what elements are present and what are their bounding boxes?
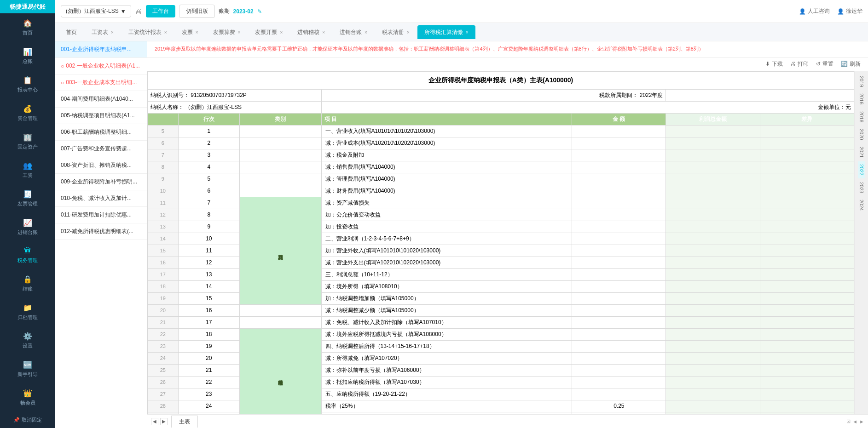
profit-cell[interactable] <box>666 364 760 376</box>
profit-cell[interactable] <box>666 316 760 328</box>
item-cell[interactable]: 三、利润总额（10+11-12） <box>321 268 572 280</box>
profit-cell[interactable] <box>666 376 760 388</box>
sheet-nav-left[interactable]: ◀ <box>151 418 158 425</box>
diff-cell[interactable] <box>760 173 854 185</box>
profit-cell[interactable] <box>666 245 760 257</box>
amount-cell[interactable] <box>572 268 666 280</box>
item-cell[interactable]: 二、营业利润（1-2-3-4-5-6-7+8+9） <box>321 233 572 245</box>
diff-cell[interactable] <box>760 161 854 173</box>
amount-cell[interactable] <box>572 304 666 316</box>
profit-cell[interactable] <box>666 304 760 316</box>
profit-cell[interactable] <box>666 137 760 149</box>
profit-cell[interactable] <box>666 125 760 137</box>
item-cell[interactable]: 加：投资收益 <box>321 221 572 233</box>
download-btn[interactable]: ⬇ 下载 <box>765 60 783 68</box>
tab-tax-list[interactable]: 税表清册 × <box>375 25 417 39</box>
sidebar-item-archive[interactable]: 📁 归档管理 <box>0 298 55 326</box>
tab-invoice-issue[interactable]: 发票开票 × <box>248 25 289 39</box>
refresh-btn[interactable]: 🔄 刷新 <box>841 60 861 68</box>
diff-cell[interactable] <box>760 268 854 280</box>
item-cell[interactable]: 加：营业外收入(填写A101010\101020\103000) <box>321 245 572 257</box>
tab-payroll-stat-close[interactable]: × <box>164 30 167 35</box>
amount-cell[interactable] <box>572 185 666 197</box>
left-panel-item-003[interactable]: 003-一般企业成本支出明细... <box>55 74 147 91</box>
scroll-arrow-left[interactable]: ◄ <box>852 419 857 424</box>
item-cell[interactable]: 减：境外所得（填写A108010） <box>321 280 572 292</box>
amount-cell[interactable] <box>572 221 666 233</box>
sheet-nav-right[interactable]: ▶ <box>160 418 168 425</box>
profit-cell[interactable] <box>666 388 760 400</box>
item-cell[interactable]: 加：公允价值变动收益 <box>321 209 572 221</box>
period-edit-icon[interactable]: ✎ <box>257 8 262 15</box>
profit-cell[interactable] <box>666 400 760 412</box>
profit-cell[interactable] <box>666 257 760 268</box>
diff-cell[interactable] <box>760 292 854 304</box>
diff-cell[interactable] <box>760 185 854 197</box>
profit-cell[interactable] <box>666 185 760 197</box>
left-panel-item-012[interactable]: 012-减免所得税优惠明细表(... <box>55 223 147 240</box>
tab-invoice-calc[interactable]: 发票算费 × <box>206 25 248 39</box>
tab-payroll-close[interactable]: × <box>111 30 114 35</box>
item-cell[interactable]: 减：纳税调整减少额（填写A105000） <box>321 304 572 316</box>
tab-invoice[interactable]: 发票 × <box>175 25 205 39</box>
diff-cell[interactable] <box>760 400 854 412</box>
diff-cell[interactable] <box>760 137 854 149</box>
amount-cell[interactable] <box>572 197 666 209</box>
year-item-2021[interactable]: 2021 <box>858 144 865 160</box>
amount-cell[interactable] <box>572 376 666 388</box>
sidebar-item-ledger[interactable]: 📊 总账 <box>0 42 55 70</box>
diff-cell[interactable] <box>760 340 854 352</box>
sidebar-item-settings[interactable]: ⚙️ 设置 <box>0 326 55 355</box>
sheet-tab-main[interactable]: 主表 <box>171 416 198 428</box>
amount-cell[interactable] <box>572 209 666 221</box>
diff-cell[interactable] <box>760 328 854 340</box>
diff-cell[interactable] <box>760 364 854 376</box>
switch-version-button[interactable]: 切到旧版 <box>179 5 215 18</box>
tab-invoice-issue-close[interactable]: × <box>280 30 283 35</box>
item-cell[interactable]: 减：弥补以前年度亏损（填写A106000） <box>321 364 572 376</box>
profit-cell[interactable] <box>666 340 760 352</box>
left-panel-item-005[interactable]: 005-纳税调整项目明细表(A1... <box>55 108 147 124</box>
item-cell[interactable]: 减：管理费用(填写A104000) <box>321 173 572 185</box>
amount-cell[interactable] <box>572 149 666 161</box>
profit-cell[interactable] <box>666 149 760 161</box>
ai-consult-btn[interactable]: 👤 人工咨询 <box>799 7 830 15</box>
year-item-2023[interactable]: 2023 <box>858 179 865 196</box>
item-cell[interactable]: 减：营业成本(填写A102010\102020\103000) <box>321 137 572 149</box>
year-item-2022[interactable]: 2022 <box>858 161 865 178</box>
tab-payroll[interactable]: 工资表 × <box>85 25 121 39</box>
left-panel-item-002[interactable]: 002-一般企业收入明细表(A1... <box>55 58 147 74</box>
amount-cell[interactable] <box>572 388 666 400</box>
diff-cell[interactable] <box>760 388 854 400</box>
item-cell[interactable]: 税率（25%） <box>321 400 572 412</box>
sidebar-item-guide[interactable]: 🆕 新手引导 <box>0 355 55 383</box>
sidebar-item-sales[interactable]: 📈 进销台账 <box>0 213 55 241</box>
left-panel-item-011[interactable]: 011-研发费用加计扣除优惠... <box>55 207 147 223</box>
item-cell[interactable]: 减：税金及附加 <box>321 149 572 161</box>
amount-cell[interactable] <box>572 173 666 185</box>
profit-cell[interactable] <box>666 328 760 340</box>
amount-cell[interactable] <box>572 280 666 292</box>
tab-income-tax-close[interactable]: × <box>466 30 469 35</box>
item-cell[interactable]: 减：销售费用(填写A104000) <box>321 161 572 173</box>
workbench-button[interactable]: 工作台 <box>146 5 175 17</box>
year-item-2016[interactable]: 2016 <box>858 91 865 107</box>
item-cell[interactable]: 减：资产减值损失 <box>321 197 572 209</box>
profit-cell[interactable] <box>666 209 760 221</box>
sidebar-item-close[interactable]: 🔒 结账 <box>0 269 55 298</box>
year-item-2024[interactable]: 2024 <box>858 197 865 213</box>
left-panel-item-008[interactable]: 008-资产折旧、摊销及纳税... <box>55 157 147 174</box>
sidebar-item-payroll[interactable]: 👥 工资 <box>0 156 55 184</box>
amount-cell[interactable] <box>572 328 666 340</box>
amount-cell[interactable] <box>572 364 666 376</box>
amount-cell[interactable] <box>572 257 666 268</box>
profit-cell[interactable] <box>666 268 760 280</box>
tab-purchase-ledger-close[interactable]: × <box>365 30 367 35</box>
left-panel-item-010[interactable]: 010-免税、减计收入及加计... <box>55 190 147 207</box>
profit-cell[interactable] <box>666 197 760 209</box>
year-item-2019[interactable]: 2019 <box>858 73 865 90</box>
item-cell[interactable]: 四、纳税调整后所得（13-14+15-16-17+18） <box>321 340 572 352</box>
sidebar-item-home[interactable]: 🏠 首页 <box>0 13 55 42</box>
company-selector[interactable]: (勿删）江西服宝-LSS ▼ <box>61 5 131 17</box>
sidebar-unpin-btn[interactable]: 📌 取消固定 <box>0 412 55 428</box>
